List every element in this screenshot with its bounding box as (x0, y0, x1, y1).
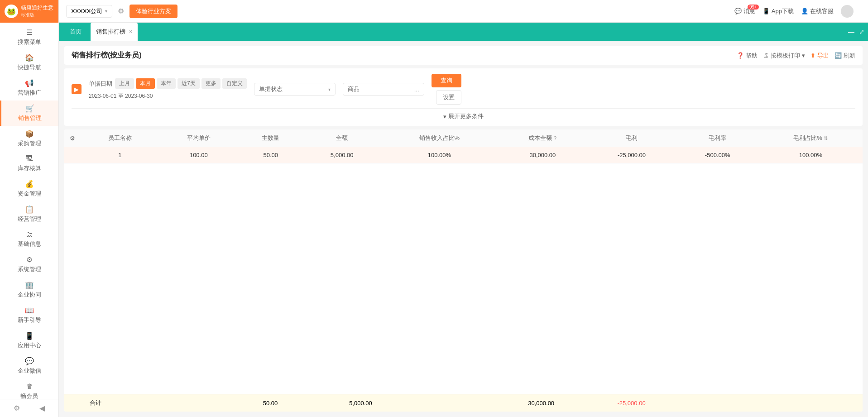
sidebar-label-guide: 新手引导 (18, 316, 41, 324)
status-filter-arrow: ▾ (328, 87, 331, 92)
settings-button[interactable]: 设置 (436, 90, 461, 105)
gross-pct-sort-icon[interactable]: ⇅ (824, 135, 828, 141)
sidebar-item-inventory[interactable]: 🏗库存核算 (0, 151, 58, 176)
help-button[interactable]: ❓ 帮助 (737, 52, 758, 60)
sidebar-label-search-order: 搜索菜单 (18, 38, 41, 46)
company-name: XXXXX公司 (71, 7, 102, 15)
sidebar-label-app-center: 应用中心 (18, 341, 41, 350)
cell-rank-0: 1 (81, 147, 159, 163)
sidebar-item-operation[interactable]: 📋经营管理 (0, 201, 58, 227)
sidebar-item-marketing[interactable]: 📢营销推广 (0, 75, 58, 101)
refresh-button[interactable]: 🔄 刷新 (834, 52, 855, 60)
main-content: XXXXX公司 ▾ ⚙ 体验行业方案 💬 消息 99+ 📱 App下载 👤 在线… (59, 0, 868, 417)
date-btn-7days[interactable]: 近7天 (177, 78, 200, 89)
date-filter-buttons: 上月 本月 本年 近7天 更多 自定义 (115, 78, 247, 89)
sidebar-item-member[interactable]: ♛畅会员 (0, 379, 58, 399)
th-qty: 主数量 (238, 129, 303, 147)
sidebar-icon-operation: 📋 (25, 205, 34, 214)
tab-label: 销售排行榜 (96, 28, 125, 36)
tab-right-actions: — ⤢ (848, 28, 864, 35)
app-label: App下载 (772, 7, 794, 15)
sidebar-icon-basic-info: 🗂 (26, 230, 33, 239)
filter-toggle-icon[interactable]: ▶ (72, 84, 82, 94)
th-avg-price: 平均单价 (159, 129, 238, 147)
sidebar-item-purchase[interactable]: 📦采购管理 (0, 126, 58, 151)
th-sales-pct: 销售收入占比% (381, 129, 499, 147)
goods-more-dots[interactable]: ... (414, 86, 419, 93)
sidebar-item-wechat[interactable]: 💬企业微信 (0, 353, 58, 379)
sidebar-label-quick-nav: 快捷导航 (18, 63, 41, 72)
help-icon: ❓ (737, 52, 744, 59)
sidebar-item-finance[interactable]: 💰资金管理 (0, 176, 58, 201)
table-body: 1 100.00 50.00 5,000.00 100.00% 30,000.0… (64, 147, 863, 163)
date-btn-current-month[interactable]: 本月 (136, 78, 155, 89)
tab-minimize-icon[interactable]: — (848, 28, 854, 35)
sidebar-item-guide[interactable]: 📖新手引导 (0, 302, 58, 328)
goods-filter[interactable]: 商品 ... (343, 83, 424, 96)
expand-conditions-button[interactable]: ▾ 展开更多条件 (72, 108, 855, 120)
sidebar-item-search-order[interactable]: ☰搜索菜单 (0, 24, 58, 50)
date-btn-more[interactable]: 更多 (201, 78, 221, 89)
service-icon: 👤 (801, 8, 808, 14)
date-btn-prev-month[interactable]: 上月 (115, 78, 134, 89)
app-icon: 📱 (762, 8, 770, 14)
sidebar-icon-purchase: 📦 (25, 129, 34, 138)
tab-sales-ranking[interactable]: 销售排行榜 × (91, 23, 138, 41)
cost-help-icon[interactable]: ? (554, 135, 556, 141)
company-chevron-icon: ▾ (105, 9, 107, 14)
export-button[interactable]: ⬆ 导出 (810, 52, 829, 60)
message-button[interactable]: 💬 消息 99+ (734, 7, 755, 15)
sidebar-item-sales[interactable]: 🛒销售管理 (0, 101, 58, 126)
sidebar-item-system[interactable]: ⚙系统管理 (0, 252, 58, 277)
cell-sales-pct-0: 100.00% (381, 147, 499, 163)
sidebar-item-enterprise[interactable]: 🏢企业协同 (0, 277, 58, 302)
tab-maximize-icon[interactable]: ⤢ (859, 28, 864, 35)
print-button[interactable]: 🖨 按模板打印 ▾ (763, 52, 805, 60)
tab-home[interactable]: 首页 (62, 23, 89, 41)
cell-amount-0: 5,000.00 (303, 147, 381, 163)
sidebar-item-basic-info[interactable]: 🗂基础信息 (0, 227, 58, 252)
date-btn-custom[interactable]: 自定义 (222, 78, 247, 89)
th-amount: 全额 (303, 129, 381, 147)
sidebar-settings-icon[interactable]: ⚙ (14, 404, 20, 412)
company-selector[interactable]: XXXXX公司 ▾ (66, 5, 112, 18)
sidebar-collapse-icon[interactable]: ◀ (39, 404, 45, 412)
footer-qty: 50.00 (225, 400, 315, 407)
tab-bar: 首页 销售排行榜 × — ⤢ (59, 23, 868, 41)
sidebar-icon-wechat: 💬 (25, 357, 34, 365)
date-range-display: 2023-06-01 至 2023-06-30 (89, 92, 247, 100)
sidebar-item-app-center[interactable]: 📱应用中心 (0, 328, 58, 353)
th-cost: 成本全额 ? (498, 129, 587, 147)
search-button[interactable]: 查询 (432, 74, 461, 87)
user-avatar[interactable] (841, 5, 854, 18)
table-area: ⚙ 员工名称 平均单价 主数量 全额 销售收入占比% 成本全额 ? 毛利 毛利率… (64, 129, 863, 412)
sidebar-icon-inventory: 🏗 (26, 155, 33, 163)
sidebar-nav: ☰搜索菜单🏠快捷导航📢营销推广🛒销售管理📦采购管理🏗库存核算💰资金管理📋经营管理… (0, 23, 58, 399)
header-settings-icon[interactable]: ⚙ (118, 7, 124, 15)
date-btn-current-year[interactable]: 本年 (157, 78, 176, 89)
sidebar-icon-finance: 💰 (25, 180, 34, 188)
th-gross-rate: 毛利率 (676, 129, 759, 147)
sidebar-icon-guide: 📖 (25, 306, 34, 315)
trial-button[interactable]: 体验行业方案 (129, 5, 177, 18)
app-download-button[interactable]: 📱 App下载 (762, 7, 794, 15)
message-icon: 💬 (734, 8, 742, 14)
date-filter-label: 单据日期 (89, 80, 112, 88)
filter-actions: 查询 设置 (432, 74, 461, 105)
sidebar-item-quick-nav[interactable]: 🏠快捷导航 (0, 50, 58, 75)
message-badge: 99+ (748, 5, 759, 10)
tab-close-icon[interactable]: × (129, 29, 132, 35)
th-settings[interactable]: ⚙ (64, 129, 81, 147)
sidebar: 🐸 畅康通好生意 标准版 ☰搜索菜单🏠快捷导航📢营销推广🛒销售管理📦采购管理🏗库… (0, 0, 59, 417)
logo-badge: 标准版 (21, 12, 53, 18)
data-table: ⚙ 员工名称 平均单价 主数量 全额 销售收入占比% 成本全额 ? 毛利 毛利率… (64, 129, 863, 163)
online-service-button[interactable]: 👤 在线客服 (801, 7, 834, 15)
sidebar-logo: 🐸 畅康通好生意 标准版 (0, 0, 58, 23)
sidebar-label-marketing: 营销推广 (18, 89, 41, 97)
cell-gross-rate-0: -500.00% (676, 147, 759, 163)
sidebar-icon-sales: 🛒 (25, 104, 34, 113)
sidebar-label-purchase: 采购管理 (18, 139, 41, 148)
status-filter[interactable]: 单据状态 ▾ (254, 83, 336, 96)
sidebar-label-operation: 经营管理 (18, 215, 41, 223)
cell-settings-0 (64, 147, 81, 163)
